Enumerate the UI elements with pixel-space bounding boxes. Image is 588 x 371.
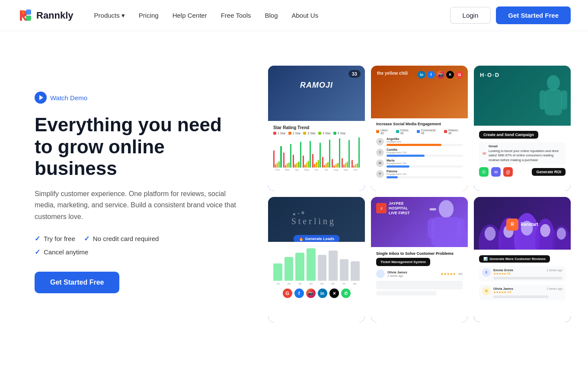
leads-x-labels: 1D2D3D4D5D6D7D8D [273, 282, 360, 285]
svg-rect-1 [26, 16, 31, 21]
navbar: Rannkly Products ▾ Pricing Help Center F… [0, 0, 588, 31]
review-info: Olivia James 2 weeks ago [387, 270, 438, 277]
hero-cta-button[interactable]: Get Started Free [35, 272, 119, 293]
social-icons: in f 📷 ✕ G [418, 71, 463, 79]
check-try-free: ✓ Try for free [35, 235, 75, 243]
gmail-icon: ✉ [483, 151, 486, 156]
card-yellow-chili: the yellow chili in f 📷 ✕ G Increase Soc… [371, 66, 468, 191]
reviewer-avatar-1: E [482, 268, 491, 277]
crowd-bg: R Ranstart [474, 197, 571, 252]
reviewer-body-1: Emma Greek 2 weeks ago ★★★★★ 55 [493, 268, 562, 279]
review-text-placeholder-2 [376, 291, 437, 295]
login-button[interactable]: Login [450, 7, 491, 24]
nav-pricing[interactable]: Pricing [139, 12, 159, 19]
avatar-paloma: P [376, 170, 384, 178]
ranstart-icon: R [506, 219, 518, 231]
sterling-brand: Sterling [286, 210, 347, 234]
card-3-top: H·O·D [474, 66, 571, 128]
brand-name: Rannkly [36, 10, 74, 21]
facebook-ball: f [294, 289, 304, 298]
card-4-top: Sterling 🔥 Generate Leads [268, 197, 365, 247]
svg-point-11 [439, 200, 454, 218]
get-started-button[interactable]: Get Started Free [496, 6, 571, 24]
card-jaypee: J JAYPEEHOSPITALLIVE FIRST Single Inbox … [371, 197, 468, 322]
legend-4star: 4 Star [318, 132, 331, 135]
svg-rect-13 [431, 217, 461, 247]
campaign-channels: ✆ ✉ @ Generate ROI [479, 167, 566, 177]
card-hod: H·O·D Create and Send Campaign ✉ GmailLo… [474, 66, 571, 191]
jaypee-logo: J JAYPEEHOSPITALLIVE FIRST [376, 201, 410, 215]
check-cancel: ✓ Cancel anytime [35, 248, 88, 256]
nav-products[interactable]: Products ▾ [94, 12, 125, 19]
hero-image-grid: 33 RAMOJI Star Rating Trend 1 Star 2 Sta… [268, 57, 571, 322]
leads-bar-chart [273, 246, 360, 281]
nav-about-us[interactable]: About Us [292, 12, 319, 19]
google-icon: G [456, 71, 463, 79]
nav-actions: Login Get Started Free [450, 6, 571, 24]
card-3-content: Create and Send Campaign ✉ GmailLooking … [474, 126, 571, 191]
campaign-badge: Create and Send Campaign [479, 131, 538, 139]
svg-point-25 [557, 228, 566, 240]
linkedin-ball: in [318, 289, 327, 298]
svg-rect-6 [561, 90, 567, 110]
hero-checks: ✓ Try for free ✓ No credit card required… [35, 235, 242, 256]
check-row-2: ✓ Cancel anytime [35, 248, 242, 256]
inbox-title: Single Inbox to Solve Customer Problems [376, 251, 463, 256]
person-figure [513, 66, 571, 128]
x-ball: ✕ [329, 289, 339, 298]
play-icon [35, 92, 47, 104]
legend-1star: 1 Star [273, 132, 286, 135]
sms-icon: ✉ [491, 167, 501, 177]
card-6-content: 📊 Generate More Customer Reviews E Emma … [474, 250, 571, 322]
card-ranstart: R Ranstart 📊 Generate More Customer Revi… [474, 197, 571, 322]
svg-rect-4 [545, 89, 562, 115]
bar-chart-icon: 📊 [483, 257, 488, 261]
watch-demo-label: Watch Demo [50, 94, 87, 101]
svg-text:Sterling: Sterling [291, 216, 336, 226]
nav-help-center[interactable]: Help Center [173, 12, 207, 19]
reviewer-body-2: Olivia James 2 weeks ago ★★★★★ 5/5 [493, 287, 562, 298]
svg-point-9 [298, 213, 299, 214]
bar-chart [273, 137, 360, 168]
nav-blog[interactable]: Blog [265, 12, 278, 19]
checkmark-icon-2: ✓ [84, 235, 89, 243]
social-row: G f 📷 in ✕ ✆ [273, 289, 360, 298]
google-ball: G [283, 289, 292, 298]
review-item-2: O Olivia James 2 weeks ago ★★★★★ 5/5 [479, 285, 566, 300]
hero-title: Everything you need to grow online busin… [35, 114, 242, 180]
reviewer-avatar-2: O [482, 287, 491, 295]
card-1-badge: 33 [348, 70, 361, 78]
svg-point-3 [547, 75, 560, 91]
engagement-stats: Likes: 45 Clicks: 45 Comments: 45 Shares… [376, 129, 463, 135]
card-1-logo: RAMOJI [300, 81, 333, 90]
hero-section: Watch Demo Everything you need to grow o… [0, 31, 588, 348]
svg-rect-5 [540, 90, 546, 110]
svg-point-21 [485, 227, 496, 241]
check-no-credit: ✓ No credit card required [84, 235, 159, 243]
legend-2star: 2 Star [288, 132, 301, 135]
review-item-1: E Emma Greek 2 weeks ago ★★★★★ 55 [479, 266, 566, 282]
svg-rect-12 [429, 208, 436, 210]
check-row-1: ✓ Try for free ✓ No credit card required [35, 235, 242, 243]
jaypee-text: JAYPEEHOSPITALLIVE FIRST [389, 201, 410, 215]
review-avatar [376, 270, 385, 278]
nav-free-tools[interactable]: Free Tools [221, 12, 251, 19]
linkedin-icon: in [418, 71, 425, 79]
jaypee-icon: J [376, 203, 387, 213]
card-2-content: Increase Social Media Engagement Likes: … [371, 118, 468, 191]
svg-rect-2 [26, 10, 31, 15]
card-ramoji: 33 RAMOJI Star Rating Trend 1 Star 2 Sta… [268, 66, 365, 191]
svg-point-10 [301, 211, 304, 214]
stars-2: ★★★★★ 5/5 [493, 291, 562, 294]
legend-3star: 3 Star [303, 132, 316, 135]
whatsapp-icon: ✆ [479, 167, 489, 177]
svg-point-8 [293, 213, 295, 216]
leads-badge: 🔥 Generate Leads [294, 235, 340, 243]
watch-demo-link[interactable]: Watch Demo [35, 92, 242, 104]
svg-rect-14 [428, 218, 435, 238]
card-1-chart: Star Rating Trend 1 Star 2 Star 3 Star 4… [268, 121, 365, 191]
instagram-ball: 📷 [306, 289, 316, 298]
card-5-top: J JAYPEEHOSPITALLIVE FIRST [371, 197, 468, 250]
brand-logo[interactable]: Rannkly [17, 8, 74, 23]
card-sterling: Sterling 🔥 Generate Leads [268, 197, 365, 322]
